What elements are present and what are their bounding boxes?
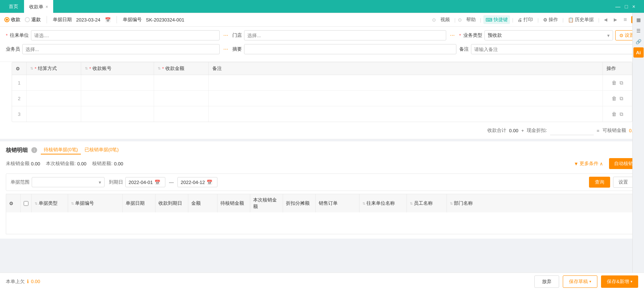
ops-btn[interactable]: ⚙ 操作 bbox=[541, 15, 560, 24]
store-input[interactable] bbox=[244, 30, 446, 40]
range-chevron: ▾ bbox=[99, 180, 101, 185]
bth-current: 本次核销金额 bbox=[250, 194, 283, 212]
bottom-info-icon[interactable]: ℹ bbox=[27, 279, 29, 284]
uncanceled-stat: 未核销金额 0.00 bbox=[6, 160, 40, 167]
row-3-amount[interactable] bbox=[154, 106, 209, 122]
tab-current-label: 收款单 bbox=[29, 4, 43, 10]
th-account: ⇅ * 收款账号 bbox=[81, 62, 154, 75]
th-gear[interactable]: ⚙ bbox=[12, 62, 27, 75]
row-1-account[interactable] bbox=[81, 75, 154, 90]
store-more-btn[interactable]: ··· bbox=[448, 32, 456, 39]
win-min[interactable]: — bbox=[615, 4, 620, 9]
select-all-checkbox[interactable] bbox=[24, 201, 28, 206]
pending-tab-link[interactable]: 待核销单据(0笔) bbox=[41, 146, 81, 154]
print-btn[interactable]: 🖨 打印 bbox=[515, 15, 535, 24]
save-new-btn[interactable]: 保存&新增 ▾ bbox=[601, 275, 638, 288]
table-header: ⚙ ⇅ * 结算方式 ⇅ * 收款账号 ⇅ * 收款金额 bbox=[12, 62, 632, 75]
query-btn[interactable]: 查询 bbox=[589, 177, 610, 188]
sort-bth-5: ⇅ bbox=[450, 201, 453, 205]
range-label: 单据范围 bbox=[11, 179, 30, 185]
range-select[interactable]: ▾ bbox=[32, 177, 105, 187]
summary-input[interactable] bbox=[244, 44, 456, 54]
range-field: 单据范围 ▾ bbox=[11, 177, 105, 187]
date-from-picker[interactable]: 2022-04-01 📅 bbox=[125, 177, 165, 187]
tab-current[interactable]: 收款单 × bbox=[24, 0, 53, 13]
shortcut-icon: ⌨ bbox=[486, 17, 492, 23]
filter-settings-btn[interactable]: 设置 bbox=[613, 177, 633, 188]
history-icon: 📋 bbox=[568, 17, 574, 23]
sidebar-ai-icon[interactable]: Ai bbox=[633, 47, 644, 58]
date-to-picker[interactable]: 2022-04-12 📅 bbox=[177, 177, 217, 187]
row-1-delete-icon[interactable]: 🗑 bbox=[612, 80, 617, 86]
gear-col-icon: ⚙ bbox=[16, 66, 20, 71]
row-3-remark[interactable] bbox=[209, 106, 603, 122]
row-3-settlement[interactable] bbox=[27, 106, 81, 122]
section-title-text: 核销明细 bbox=[6, 147, 28, 154]
calendar-icon[interactable]: 📅 bbox=[105, 17, 111, 23]
form-row-2: 业务员 ··· 摘要 备注 bbox=[6, 44, 638, 54]
row-2-amount[interactable] bbox=[154, 91, 209, 106]
row-2-delete-icon[interactable]: 🗑 bbox=[612, 95, 617, 101]
tab-close-icon[interactable]: × bbox=[46, 4, 48, 9]
help-btn[interactable]: 帮助 bbox=[464, 15, 478, 24]
row-2-remark[interactable] bbox=[209, 91, 603, 106]
filter-row: 单据范围 ▾ 到期日 2022-04-01 📅 — 2022-04-12 📅 bbox=[6, 173, 638, 191]
bth-checkbox[interactable] bbox=[21, 194, 32, 212]
due-field: 到期日 2022-04-01 📅 — 2022-04-12 📅 bbox=[109, 177, 217, 187]
win-max[interactable]: □ bbox=[625, 4, 628, 9]
row-1-copy-icon[interactable]: ⧉ bbox=[620, 80, 623, 86]
row-2-settlement[interactable] bbox=[27, 91, 81, 106]
radio-refund[interactable]: 退款 bbox=[25, 16, 41, 23]
staff-input[interactable] bbox=[22, 44, 220, 54]
row-2-actions: 🗑 ⧉ bbox=[603, 91, 632, 106]
th-amount: ⇅ * 收款金额 bbox=[154, 62, 209, 75]
bth-pending: 待核销金额 bbox=[217, 194, 250, 212]
store-field: 门店 ··· bbox=[232, 30, 456, 40]
list-view-btn[interactable]: ≡ bbox=[621, 15, 629, 24]
total-label: 收款合计 bbox=[487, 127, 506, 134]
prev-btn[interactable]: ◀ bbox=[602, 16, 609, 23]
row-3-copy-icon[interactable]: ⧉ bbox=[620, 111, 623, 117]
row-1-settlement[interactable] bbox=[27, 75, 81, 90]
row-2-copy-icon[interactable]: ⧉ bbox=[620, 95, 623, 102]
remark-input[interactable] bbox=[471, 44, 638, 54]
business-type-select[interactable]: 预收款 ▾ bbox=[484, 30, 613, 40]
history-btn[interactable]: 📋 历史单据 bbox=[566, 15, 596, 24]
row-3-delete-icon[interactable]: 🗑 bbox=[612, 111, 617, 117]
done-tab-link[interactable]: 已核销单据(0笔) bbox=[82, 146, 122, 154]
row-2-account[interactable] bbox=[81, 91, 154, 106]
bottom-actions: 放弃 保存草稿 ▾ 保存&新增 ▾ bbox=[534, 275, 638, 288]
next-btn[interactable]: ▶ bbox=[612, 16, 619, 23]
writeoff-info-icon[interactable]: i bbox=[31, 147, 37, 153]
date-separator: — bbox=[169, 180, 174, 185]
radio-refund-label: 退款 bbox=[31, 16, 41, 23]
sort-bth-4: ⇅ bbox=[410, 201, 413, 205]
video-btn[interactable]: 视频 bbox=[438, 15, 452, 24]
more-conditions-btn[interactable]: ▼ 更多条件 ∧ bbox=[574, 160, 603, 167]
bth-amount: 金额 bbox=[188, 194, 217, 212]
discount-input[interactable] bbox=[550, 126, 594, 135]
shortcut-btn[interactable]: ⌨ 快捷键 bbox=[483, 15, 510, 24]
counterpart-input[interactable] bbox=[31, 30, 220, 40]
total-value: 0.00 bbox=[509, 128, 518, 133]
win-close[interactable]: × bbox=[632, 4, 635, 9]
save-draft-btn[interactable]: 保存草稿 ▾ bbox=[563, 275, 597, 288]
row-1-remark[interactable] bbox=[209, 75, 603, 90]
row-1-num: 1 bbox=[12, 75, 27, 90]
row-3-account[interactable] bbox=[81, 106, 154, 122]
sidebar-table-icon[interactable]: ▦ bbox=[633, 15, 644, 25]
bth-order: 销售订单 bbox=[316, 194, 360, 212]
discard-btn[interactable]: 放弃 bbox=[534, 275, 559, 288]
tab-home[interactable]: 首页 bbox=[3, 0, 24, 13]
bth-gear[interactable]: ⚙ bbox=[6, 194, 21, 212]
row-1-amount[interactable] bbox=[154, 75, 209, 90]
radio-receipt[interactable]: 收款 bbox=[4, 16, 20, 23]
date-to-value: 2022-04-12 bbox=[181, 180, 205, 185]
link-icon: 🔗 bbox=[636, 39, 641, 44]
sidebar-link-icon[interactable]: 🔗 bbox=[633, 36, 644, 47]
sep2: | bbox=[480, 17, 481, 23]
counterpart-more-btn[interactable]: ··· bbox=[222, 32, 229, 39]
save-new-chevron: ▾ bbox=[631, 279, 632, 283]
sidebar-list-icon[interactable]: ☰ bbox=[633, 26, 644, 36]
staff-more-btn[interactable]: ··· bbox=[222, 46, 229, 52]
